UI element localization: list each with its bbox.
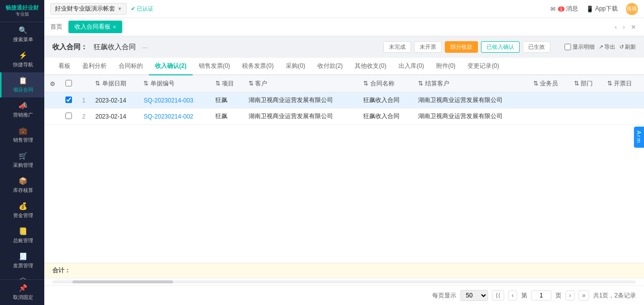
first-page-button[interactable]: ⟨⟨ <box>492 290 504 300</box>
table-row[interactable]: 2 2023-02-14 SQ-20230214-002 狂飙 湖南卫视商业运营… <box>44 109 644 125</box>
row-checkbox[interactable] <box>65 96 72 103</box>
row-checkbox[interactable] <box>65 113 72 119</box>
sidebar-item-label: 资金管理 <box>13 212 33 219</box>
nav-close-icon[interactable]: ✕ <box>629 23 638 32</box>
content-area: 收入合同： 狂飙收入合同 ··· 未完成 未开票 部分收款 已收入确认 已生效 … <box>44 36 644 305</box>
float-right-button[interactable]: Arm <box>634 127 644 148</box>
total-label: 合计： <box>52 266 70 275</box>
pin-icon: 📌 <box>19 284 27 292</box>
header-nav: 首页 收入合同看板 × ‹ › ✕ <box>44 18 644 36</box>
sidebar: 畅捷通好业财 专业版 🔍 搜索菜单 ⚡ 快捷导航 📋 项目合同 📣 营销推广 💼… <box>0 0 44 305</box>
col-project[interactable]: ⇅ 项目 <box>211 75 245 92</box>
sales-icon: 💼 <box>19 127 27 135</box>
sidebar-item-quick-nav[interactable]: ⚡ 快捷导航 <box>0 47 44 72</box>
row-check-cell[interactable] <box>61 92 76 109</box>
tab-income-confirm[interactable]: 收入确认(2) <box>149 58 193 75</box>
active-tab[interactable]: 收入合同看板 × <box>68 21 122 33</box>
order-no-link[interactable]: SQ-20230214-002 <box>143 113 193 120</box>
order-no-link[interactable]: SQ-20230214-003 <box>143 97 193 104</box>
per-page-select[interactable]: 50 100 200 <box>460 290 488 301</box>
sidebar-item-inventory[interactable]: 📦 库存核算 <box>0 173 44 198</box>
tab-contract-std[interactable]: 合同标的 <box>113 58 149 75</box>
row-salesman <box>529 109 570 125</box>
page-header: 收入合同： 狂飙收入合同 ··· 未完成 未开票 部分收款 已收入确认 已生效 … <box>44 36 644 58</box>
message-button[interactable]: ✉ 1 消息 <box>550 5 578 13</box>
prev-page-button[interactable]: ‹ <box>508 290 517 300</box>
select-all-checkbox[interactable] <box>65 80 72 86</box>
sidebar-unpin[interactable]: 📌 取消固定 <box>0 280 44 305</box>
close-tab-icon[interactable]: × <box>113 24 116 31</box>
tab-profit[interactable]: 盈利分析 <box>76 58 113 75</box>
col-check[interactable] <box>61 75 76 92</box>
col-salesman[interactable]: ⇅ 业务员 <box>529 75 570 92</box>
col-department[interactable]: ⇅ 部门 <box>570 75 603 92</box>
tab-storage[interactable]: 出入库(0) <box>392 58 430 75</box>
row-result-customer: 湖南卫视商业运营发展有限公司 <box>414 109 529 125</box>
col-order-no[interactable]: ⇅ 单据编号 <box>139 75 211 92</box>
user-avatar[interactable]: 珠珠 <box>626 3 638 15</box>
invoice-icon: 🧾 <box>19 252 27 260</box>
col-open-date[interactable]: ⇅ 开票日 <box>603 75 644 92</box>
sidebar-item-sales[interactable]: 💼 销售管理 <box>0 123 44 148</box>
app-download-button[interactable]: 📱 App下载 <box>586 5 618 13</box>
nav-next-icon[interactable]: › <box>621 23 627 32</box>
tab-kanban[interactable]: 看板 <box>52 58 76 75</box>
col-contract-name[interactable]: ⇅ 合同名称 <box>359 75 414 92</box>
sidebar-search[interactable]: 🔍 搜索菜单 <box>0 22 44 47</box>
right-actions: 显示明细 ↗ 导出 ↺ 刷新 <box>565 43 636 51</box>
status-certified[interactable]: 已收入确认 <box>481 41 520 53</box>
sidebar-item-project-contract[interactable]: 📋 项目合同 <box>0 72 44 97</box>
tab-tax-invoice[interactable]: 税务发票(0) <box>236 58 280 75</box>
row-project: 狂飙 <box>211 109 245 125</box>
detail-checkbox-input[interactable] <box>565 44 571 50</box>
sidebar-item-marketing[interactable]: 📣 营销推广 <box>0 97 44 123</box>
sidebar-search-label: 搜索菜单 <box>13 36 33 43</box>
pagination: 每页显示 50 100 200 ⟨⟨ ‹ 第 页 › » 共1页，2条记录 <box>44 285 644 305</box>
status-uninvoiced[interactable]: 未开票 <box>414 41 442 53</box>
tab-payment[interactable]: 收付款(2) <box>311 58 349 75</box>
scroll-thumb[interactable] <box>72 280 173 283</box>
refresh-button[interactable]: ↺ 刷新 <box>619 43 636 51</box>
nav-home[interactable]: 首页 <box>50 23 62 31</box>
tab-purchase[interactable]: 采购(0) <box>280 58 311 75</box>
project-icon: 📋 <box>19 76 27 84</box>
status-effective[interactable]: 已生效 <box>523 41 550 53</box>
more-button[interactable]: ··· <box>142 43 148 51</box>
row-department <box>570 92 603 109</box>
row-order-date: 2023-02-14 <box>91 109 139 125</box>
col-result-customer[interactable]: ⇅ 结算客户 <box>414 75 529 92</box>
company-dropdown-icon: ▼ <box>117 6 122 12</box>
last-page-button[interactable]: » <box>579 290 589 300</box>
page-number-input[interactable] <box>531 290 551 300</box>
col-customer[interactable]: ⇅ 客户 <box>245 75 359 92</box>
show-detail-checkbox[interactable]: 显示明细 <box>565 43 595 51</box>
sidebar-bottom: 📌 取消固定 <box>0 279 44 305</box>
status-partial[interactable]: 部分收款 <box>445 41 478 53</box>
tab-sales-invoice[interactable]: 销售发票(0) <box>193 58 236 75</box>
tab-other-income[interactable]: 其他收支(0) <box>349 58 392 75</box>
sidebar-item-fund[interactable]: 💰 资金管理 <box>0 198 44 223</box>
customer-label: ⇅ 客户 <box>249 80 267 87</box>
sidebar-item-tax[interactable]: 🏛 税务管理 <box>0 273 44 279</box>
sidebar-item-general-ledger[interactable]: 📒 总账管理 <box>0 223 44 248</box>
col-order-date[interactable]: ⇅ 单据日期 <box>91 75 139 92</box>
company-selector[interactable]: 好业财专业版演示帐套 ▼ <box>50 3 127 15</box>
row-check-cell[interactable] <box>61 109 76 125</box>
tab-change-log[interactable]: 变更记录(0) <box>461 58 505 75</box>
next-page-button[interactable]: › <box>566 290 575 300</box>
message-badge: 1 <box>558 7 565 12</box>
contract-name: 狂飙收入合同 <box>94 43 136 52</box>
export-button[interactable]: ↗ 导出 <box>599 43 615 51</box>
sidebar-logo-text: 畅捷通好业财 <box>3 4 41 11</box>
sidebar-item-purchase[interactable]: 🛒 采购管理 <box>0 148 44 173</box>
order-no-label: ⇅ 单据编号 <box>143 80 174 87</box>
total-info: 共1页，2条记录 <box>593 291 636 300</box>
status-unfinished[interactable]: 未完成 <box>383 41 411 53</box>
table-row[interactable]: 1 2023-02-14 SQ-20230214-003 狂飙 湖南卫视商业运营… <box>44 92 644 109</box>
sidebar-item-invoice[interactable]: 🧾 发票管理 <box>0 248 44 273</box>
col-settings[interactable]: ⚙ <box>44 75 61 92</box>
nav-prev-icon[interactable]: ‹ <box>613 23 619 32</box>
scroll-track[interactable] <box>52 280 636 283</box>
tab-attachments[interactable]: 附件(0) <box>430 58 462 75</box>
department-label: ⇅ 部门 <box>574 80 593 87</box>
